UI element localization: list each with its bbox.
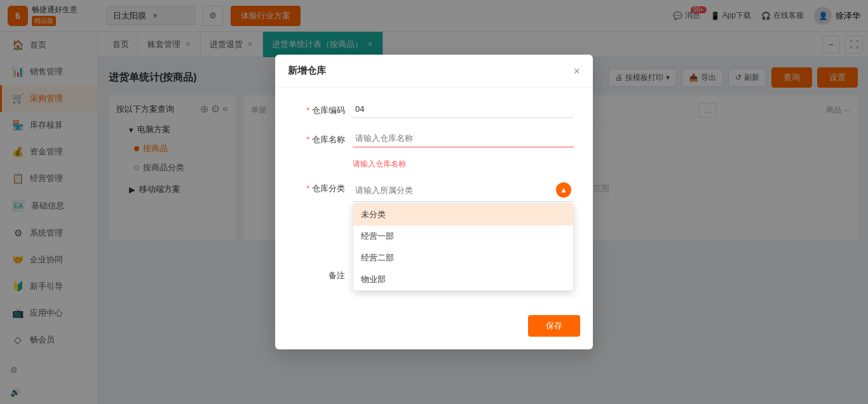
dropdown-item-uncategorized[interactable]: 未分类 [353, 204, 573, 226]
modal-body: 仓库编码 仓库名称 请输入仓库名称 仓库分类 ▲ [275, 88, 593, 307]
form-row-code: 仓库编码 [294, 100, 574, 118]
modal-header: 新增仓库 × [275, 55, 593, 88]
warehouse-name-input[interactable] [353, 130, 574, 147]
form-row-category: 仓库分类 ▲ 未分类 经营一部 [294, 178, 574, 202]
modal-close-button[interactable]: × [573, 65, 580, 77]
modal-overlay[interactable]: 新增仓库 × 仓库编码 仓库名称 请输入仓库名称 仓库分类 [0, 0, 868, 404]
dropdown-item-ops2[interactable]: 经营二部 [353, 247, 573, 269]
save-button[interactable]: 保存 [528, 315, 580, 337]
warehouse-name-error: 请输入仓库名称 [294, 159, 574, 170]
warehouse-name-label: 仓库名称 [294, 130, 345, 145]
dropdown-item-ops1[interactable]: 经营一部 [353, 226, 573, 247]
new-warehouse-modal: 新增仓库 × 仓库编码 仓库名称 请输入仓库名称 仓库分类 [275, 55, 593, 349]
warehouse-category-wrapper: ▲ 未分类 经营一部 经营二部 物业部 [353, 178, 574, 202]
modal-footer: 保存 [275, 307, 593, 349]
dropdown-item-property[interactable]: 物业部 [353, 269, 573, 290]
remark-label: 备注 [294, 266, 345, 281]
warehouse-category-dropdown[interactable]: ▲ [353, 178, 574, 202]
category-dropdown-list: 未分类 经营一部 经营二部 物业部 [353, 203, 574, 291]
warehouse-code-label: 仓库编码 [294, 100, 345, 116]
dropdown-arrow-up-icon[interactable]: ▲ [556, 182, 571, 198]
warehouse-category-label: 仓库分类 [294, 178, 345, 194]
form-row-name-wrapper: 仓库名称 请输入仓库名称 [294, 130, 574, 170]
form-row-name: 仓库名称 [294, 130, 574, 147]
warehouse-category-input[interactable] [355, 185, 556, 195]
modal-title: 新增仓库 [288, 65, 326, 77]
warehouse-code-input[interactable] [353, 100, 574, 118]
